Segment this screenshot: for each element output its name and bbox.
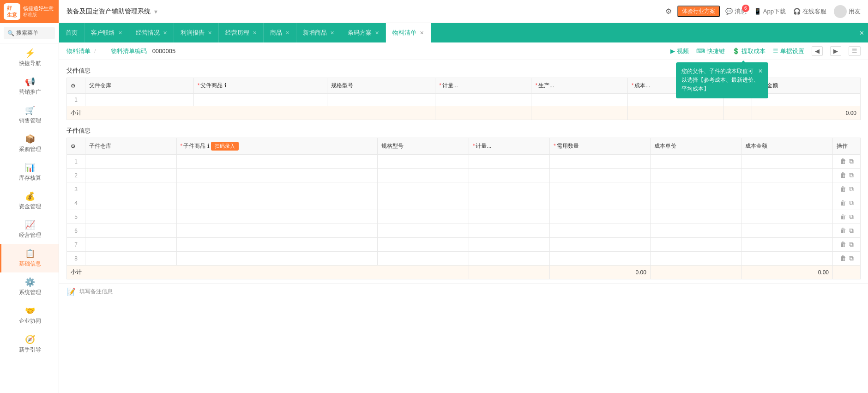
parent-cell-warehouse[interactable]: [85, 94, 194, 106]
breadcrumb-parent[interactable]: 物料清单: [66, 47, 90, 55]
experience-btn[interactable]: 体验行业方案: [677, 6, 720, 17]
tab-customer[interactable]: 客户联络 ✕: [84, 23, 129, 42]
tab-close-new-goods[interactable]: ✕: [330, 30, 334, 36]
child-row2-spec[interactable]: [378, 169, 469, 182]
tab-barcode[interactable]: 条码方案 ✕: [341, 23, 386, 42]
parent-cell-unit[interactable]: [435, 94, 531, 106]
tab-close-operation[interactable]: ✕: [163, 30, 167, 36]
sidebar-item-operations[interactable]: 📈 经营管理: [0, 215, 59, 244]
avatar: [834, 5, 847, 18]
tab-bom[interactable]: 物料清单 ✕: [386, 23, 431, 42]
parent-cell-goods[interactable]: [193, 94, 327, 106]
shortcut-btn[interactable]: ⌨ 快捷键: [696, 47, 725, 55]
child-row7-copy-icon[interactable]: ⧉: [849, 241, 854, 248]
child-row1-qty[interactable]: [550, 155, 651, 169]
child-row2-unitprice[interactable]: [650, 169, 741, 182]
view-btn[interactable]: ▶ 视频: [670, 47, 689, 55]
headset-icon: 🎧: [793, 8, 801, 15]
tab-profit[interactable]: 利润报告 ✕: [174, 23, 219, 42]
child-row1-goods[interactable]: [176, 155, 378, 169]
tab-close-goods[interactable]: ✕: [285, 30, 289, 36]
sidebar-item-marketing[interactable]: 📢 营销推广: [0, 72, 59, 101]
parent-row-num: 1: [67, 94, 85, 106]
search-menu-button[interactable]: 🔍 搜索菜单: [4, 27, 55, 39]
close-all-icon[interactable]: ✕: [859, 30, 864, 36]
tab-new-goods[interactable]: 新增商品 ✕: [296, 23, 341, 42]
tab-close-profit[interactable]: ✕: [208, 30, 212, 36]
child-col-settings[interactable]: ⚙: [67, 138, 85, 155]
tab-home[interactable]: 首页: [59, 23, 84, 42]
sidebar-item-enterprise[interactable]: 🤝 企业协同: [0, 301, 59, 330]
message-btn[interactable]: 💬 消息 6: [725, 7, 747, 16]
nav-next-btn[interactable]: ▶: [830, 46, 841, 56]
scan-input-btn[interactable]: 扫码录入: [211, 142, 239, 151]
dropdown-icon: ▾: [154, 8, 157, 15]
child-subtotal-empty2: [650, 266, 741, 279]
sidebar-item-quicknav[interactable]: ⚡ 快捷导航: [0, 43, 59, 72]
search-icon: 🔍: [7, 30, 14, 36]
tab-operation[interactable]: 经营情况 ✕: [129, 23, 174, 42]
child-row3-copy-icon[interactable]: ⧉: [849, 185, 854, 193]
get-cost-btn[interactable]: 💲 提取成本: [732, 47, 766, 55]
child-col-amount: 成本金额: [741, 138, 833, 155]
user-menu[interactable]: 用友: [834, 5, 861, 18]
child-row1-amount: [741, 155, 833, 169]
child-section: 子件信息 ⚙ 子件仓库 *子件商品 ℹ 扫码录入 规格型号 *计量... *需用…: [66, 124, 861, 279]
child-row3-delete-icon[interactable]: 🗑: [840, 185, 846, 193]
sidebar-item-guide[interactable]: 🧭 新手引导: [0, 330, 59, 358]
sidebar-item-finance[interactable]: 💰 资金管理: [0, 187, 59, 215]
child-row6-delete-icon[interactable]: 🗑: [840, 227, 846, 235]
message-badge: 6: [742, 5, 749, 12]
child-row1-unitprice[interactable]: [650, 155, 741, 169]
sidebar-item-basic[interactable]: 📋 基础信息: [0, 244, 59, 272]
parent-col-goods: *父件商品 ℹ: [193, 78, 327, 94]
child-row5-delete-icon[interactable]: 🗑: [840, 213, 846, 221]
tab-history[interactable]: 经营历程 ✕: [219, 23, 264, 42]
child-row8-copy-icon[interactable]: ⧉: [849, 254, 854, 262]
parent-cell-produce[interactable]: [531, 94, 627, 106]
child-subtotal-label: 小计: [67, 266, 469, 279]
bottom-hint[interactable]: 📝 填写备注信息: [59, 283, 868, 300]
app-download-btn[interactable]: 📱 App下载: [754, 7, 786, 16]
child-row1-delete-icon[interactable]: 🗑: [840, 157, 846, 165]
parent-subtotal-empty3: [723, 106, 752, 120]
marketing-icon: 📢: [25, 77, 35, 87]
tab-close-barcode[interactable]: ✕: [375, 30, 379, 36]
child-row5-copy-icon[interactable]: ⧉: [849, 213, 854, 221]
basic-icon: 📋: [25, 248, 35, 259]
child-row1-spec[interactable]: [378, 155, 469, 169]
sidebar-item-inventory[interactable]: 📊 库存核算: [0, 158, 59, 187]
tab-close-customer[interactable]: ✕: [118, 30, 122, 36]
child-row4-copy-icon[interactable]: ⧉: [849, 199, 854, 207]
child-row1-unit[interactable]: [469, 155, 549, 169]
sidebar-item-purchase[interactable]: 📦 采购管理: [0, 129, 59, 158]
view-mode-btn[interactable]: ☰: [849, 46, 861, 56]
sidebar-item-sales[interactable]: 🛒 销售管理: [0, 101, 59, 129]
tab-goods[interactable]: 商品 ✕: [264, 23, 296, 42]
child-row2-copy-icon[interactable]: ⧉: [849, 171, 854, 179]
child-row8-delete-icon[interactable]: 🗑: [840, 254, 846, 262]
single-setting-btn[interactable]: ☰ 单据设置: [773, 47, 804, 55]
parent-cell-spec[interactable]: [327, 94, 435, 106]
settings-icon[interactable]: ⚙: [665, 7, 672, 16]
child-subtotal-amount: 0.00: [741, 266, 833, 279]
tab-close-history[interactable]: ✕: [253, 30, 257, 36]
nav-prev-btn[interactable]: ◀: [812, 46, 823, 56]
child-row2-qty[interactable]: [550, 169, 651, 182]
operations-icon: 📈: [25, 220, 35, 230]
child-row2-unit[interactable]: [469, 169, 549, 182]
online-service-btn[interactable]: 🎧 在线客服: [793, 7, 826, 16]
child-table-row: 6 🗑⧉: [67, 224, 861, 238]
child-row6-copy-icon[interactable]: ⧉: [849, 227, 854, 235]
child-row2-goods[interactable]: [176, 169, 378, 182]
child-row1-copy-icon[interactable]: ⧉: [849, 157, 854, 165]
child-row2-delete-icon[interactable]: 🗑: [840, 171, 846, 179]
sidebar-item-system[interactable]: ⚙️ 系统管理: [0, 272, 59, 301]
child-row4-delete-icon[interactable]: 🗑: [840, 199, 846, 207]
tooltip-close-icon[interactable]: ✕: [758, 67, 763, 76]
child-row7-delete-icon[interactable]: 🗑: [840, 241, 846, 248]
tab-close-bom[interactable]: ✕: [420, 30, 424, 36]
child-row2-warehouse[interactable]: [85, 169, 177, 182]
parent-col-settings[interactable]: ⚙: [67, 78, 85, 94]
child-row1-warehouse[interactable]: [85, 155, 177, 169]
